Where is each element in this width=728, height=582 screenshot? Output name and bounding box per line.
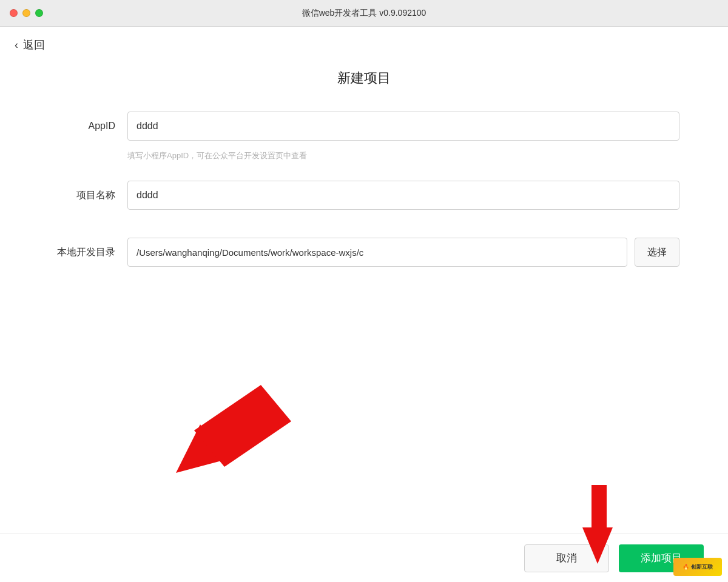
watermark: 🔥 创新互联	[673, 558, 722, 576]
page-title: 新建项目	[0, 69, 728, 87]
appid-hint: 填写小程序AppID，可在公众平台开发设置页中查看	[127, 150, 307, 161]
project-name-label: 项目名称	[49, 189, 127, 202]
directory-input-group: 选择	[127, 238, 679, 267]
traffic-lights	[10, 9, 43, 17]
appid-hint-row: 填写小程序AppID，可在公众平台开发设置页中查看	[49, 150, 679, 161]
project-name-input[interactable]	[127, 181, 679, 210]
directory-row: 本地开发目录 选择	[49, 238, 679, 267]
directory-input[interactable]	[127, 238, 627, 267]
bottom-actions: 取消 添加项目	[0, 534, 728, 582]
window-title: 微信web开发者工具 v0.9.092100	[302, 8, 426, 19]
cancel-button[interactable]: 取消	[524, 544, 609, 572]
title-bar: 微信web开发者工具 v0.9.092100	[0, 0, 728, 27]
form-container: AppID 填写小程序AppID，可在公众平台开发设置页中查看 项目名称 本地开…	[0, 112, 728, 582]
main-content: ‹ 返回 新建项目 AppID 填写小程序AppID，可在公众平台开发设置页中查…	[0, 27, 728, 582]
appid-label: AppID	[49, 121, 127, 132]
directory-label: 本地开发目录	[49, 246, 127, 259]
select-directory-button[interactable]: 选择	[635, 238, 679, 267]
back-icon: ‹	[15, 39, 18, 52]
appid-input[interactable]	[127, 112, 679, 141]
minimize-button[interactable]	[22, 9, 30, 17]
maximize-button[interactable]	[35, 9, 43, 17]
appid-row: AppID	[49, 112, 679, 141]
project-name-row: 项目名称	[49, 181, 679, 210]
close-button[interactable]	[10, 9, 18, 17]
back-nav[interactable]: ‹ 返回	[0, 27, 728, 63]
back-label: 返回	[23, 38, 45, 52]
